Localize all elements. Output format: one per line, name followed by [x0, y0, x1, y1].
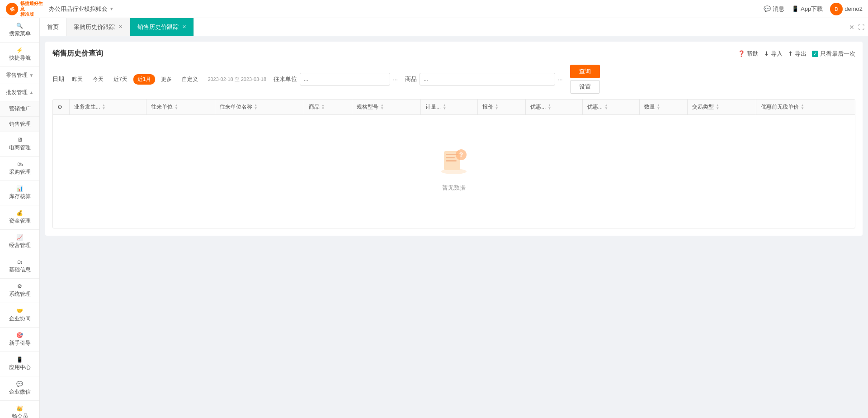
avatar: D [830, 3, 843, 15]
settings-button[interactable]: 设置 [570, 80, 600, 94]
chevron-up-icon: ▲ [29, 90, 34, 95]
close-all-btn[interactable]: ✕ [849, 24, 854, 31]
data-table: ⚙ 业务发生... ▲▼ 往来 [53, 100, 855, 115]
sidebar-sub-item-marketing[interactable]: 营销推广 [0, 101, 39, 117]
th-discount2[interactable]: 优惠... ▲▼ [582, 100, 639, 115]
sidebar-item-enterprise[interactable]: 🤝 企业协同 [0, 303, 39, 328]
sidebar-item-inventory[interactable]: 📊 库存核算 [0, 181, 39, 205]
empty-state: ? 暂无数据 [53, 115, 855, 228]
tab-sales[interactable]: 销售历史价跟踪 ✕ [130, 18, 194, 36]
import-icon: ⬇ [764, 50, 769, 57]
svg-text:畅: 畅 [10, 6, 14, 11]
sidebar-item-purchase[interactable]: 🛍 采购管理 [0, 157, 39, 181]
app-download-btn[interactable]: 📱 App下载 [792, 5, 823, 13]
th-unit[interactable]: 计量... ▲▼ [421, 100, 478, 115]
header-title: 办公用品行业模拟账套 [49, 5, 108, 13]
page-title: 销售历史价查询 [52, 49, 103, 58]
tab-home[interactable]: 首页 [40, 18, 66, 36]
search-button[interactable]: 查询 [570, 65, 600, 78]
only-last-checkbox-label[interactable]: ✓ 只看最后一次 [812, 50, 855, 58]
sidebar-item-quick-nav[interactable]: ⚡ 快捷导航 [0, 43, 39, 67]
empty-text: 暂无数据 [442, 184, 466, 192]
date-options: 昨天 今天 近7天 近1月 更多 自定义 [68, 74, 202, 85]
th-price[interactable]: 报价 ▲▼ [477, 100, 526, 115]
message-btn[interactable]: 💬 消息 [764, 5, 784, 13]
help-icon: ❓ [738, 50, 745, 57]
sidebar-sub-item-sales-mgmt[interactable]: 销售管理 [0, 117, 39, 132]
th-pre-tax-price[interactable]: 优惠前无税单价 ▲▼ [756, 100, 855, 115]
sidebar: 🔍 搜索菜单 ⚡ 快捷导航 零售管理 ▼ 批发管理 ▲ 营销推广 销售管理 🖥 … [0, 18, 40, 418]
th-discount1[interactable]: 优惠... ▲▼ [526, 100, 583, 115]
sidebar-item-newbie[interactable]: 🎯 新手引导 [0, 328, 39, 352]
import-btn[interactable]: ⬇ 导入 [764, 50, 783, 58]
sidebar-item-basic-info[interactable]: 🗂 基础信息 [0, 254, 39, 279]
page-card: 销售历史价查询 ❓ 帮助 ⬇ 导入 ⬆ 导出 [45, 42, 863, 236]
sidebar-item-app-center[interactable]: 📱 应用中心 [0, 352, 39, 376]
filter-row: 日期 昨天 今天 近7天 近1月 更多 自定义 2023-02-18 至 202… [52, 65, 855, 94]
wechat-icon: 💬 [16, 381, 23, 387]
help-btn[interactable]: ❓ 帮助 [738, 50, 759, 58]
tab-bar: 首页 采购历史价跟踪 ✕ 销售历史价跟踪 ✕ ✕ ⛶ [40, 18, 868, 36]
top-header: 畅 畅捷通好生意 标准版 办公用品行业模拟账套 ▾ 💬 消息 📱 App下载 D… [0, 0, 868, 18]
counterpart-input[interactable] [300, 73, 390, 86]
tab-close-sales[interactable]: ✕ [182, 24, 186, 30]
date-btn-7days[interactable]: 近7天 [109, 74, 132, 85]
goods-input[interactable] [420, 73, 555, 86]
page-title-actions: ❓ 帮助 ⬇ 导入 ⬆ 导出 ✓ 只看最后一次 [738, 50, 855, 58]
date-btn-more[interactable]: 更多 [157, 74, 176, 85]
tab-close-purchase[interactable]: ✕ [118, 24, 123, 30]
th-trade-type[interactable]: 交易类型 ▲▼ [688, 100, 756, 115]
sidebar-item-operations[interactable]: 📈 经营管理 [0, 230, 39, 254]
sidebar-item-wechat[interactable]: 💬 企业微信 [0, 376, 39, 401]
sidebar-item-finance[interactable]: 💰 资金管理 [0, 205, 39, 230]
export-icon: ⬆ [788, 50, 793, 57]
header-title-area: 办公用品行业模拟账套 ▾ [45, 5, 764, 13]
purchase-icon: 🛍 [17, 161, 23, 167]
empty-state-icon: ? [436, 142, 472, 178]
th-goods[interactable]: 商品 ▲▼ [304, 100, 352, 115]
only-last-checkbox[interactable]: ✓ [812, 51, 818, 57]
system-icon: ⚙ [17, 283, 22, 290]
ecommerce-icon: 🖥 [17, 137, 23, 143]
finance-icon: 💰 [16, 210, 23, 216]
sidebar-item-ecommerce[interactable]: 🖥 电商管理 [0, 132, 39, 157]
sidebar-item-member[interactable]: 👑 畅会员 [0, 401, 39, 418]
member-icon: 👑 [16, 405, 23, 412]
export-btn[interactable]: ⬆ 导出 [788, 50, 807, 58]
newbie-icon: 🎯 [16, 332, 23, 338]
th-spec[interactable]: 规格型号 ▲▼ [352, 100, 421, 115]
date-range-text: 2023-02-18 至 2023-03-18 [208, 76, 266, 83]
action-buttons: 查询 设置 [570, 65, 600, 94]
fullscreen-btn[interactable]: ⛶ [858, 24, 864, 31]
goods-more-icon[interactable]: ··· [558, 76, 563, 83]
table-header-row: ⚙ 业务发生... ▲▼ 往来 [53, 100, 855, 115]
sidebar-item-search-menu[interactable]: 🔍 搜索菜单 [0, 18, 39, 43]
date-btn-today[interactable]: 今天 [89, 74, 108, 85]
th-counterpart-code[interactable]: 往来单位 ▲▼ [146, 100, 215, 115]
counterpart-filter-group: 往来单位 ··· [274, 73, 398, 86]
date-btn-custom[interactable]: 自定义 [178, 74, 202, 85]
gear-icon[interactable]: ⚙ [57, 104, 62, 110]
th-quantity[interactable]: 数量 ▲▼ [639, 100, 688, 115]
chevron-down-icon: ▼ [29, 73, 34, 78]
th-gear: ⚙ [53, 100, 69, 115]
th-biz-date[interactable]: 业务发生... ▲▼ [69, 100, 146, 115]
tab-bar-right: ✕ ⛶ [845, 18, 868, 36]
sidebar-item-wholesale[interactable]: 批发管理 ▲ [0, 84, 39, 101]
user-menu[interactable]: D demo2 [830, 3, 863, 15]
tab-purchase[interactable]: 采购历史价跟踪 ✕ [66, 18, 130, 36]
sidebar-item-system[interactable]: ⚙ 系统管理 [0, 279, 39, 303]
dropdown-icon[interactable]: ▾ [110, 6, 113, 12]
header-right: 💬 消息 📱 App下载 D demo2 [764, 3, 863, 15]
operations-icon: 📈 [16, 234, 23, 241]
basic-info-icon: 🗂 [17, 259, 23, 265]
counterpart-label: 往来单位 [274, 75, 297, 83]
date-btn-1month[interactable]: 近1月 [133, 74, 156, 85]
counterpart-more-icon[interactable]: ··· [393, 76, 398, 83]
svg-rect-6 [446, 160, 457, 162]
svg-rect-5 [446, 157, 455, 158]
message-icon: 💬 [764, 5, 771, 12]
th-counterpart-name[interactable]: 往来单位名称 ▲▼ [215, 100, 304, 115]
date-btn-yesterday[interactable]: 昨天 [68, 74, 87, 85]
sidebar-item-retail[interactable]: 零售管理 ▼ [0, 67, 39, 84]
